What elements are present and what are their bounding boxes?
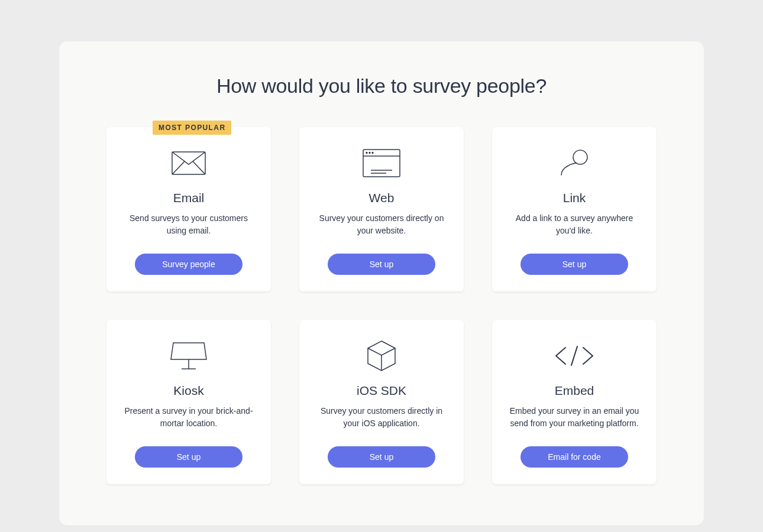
card-desc: Embed your survey in an email you send f… (506, 405, 642, 430)
card-ios-wrap: iOS SDK Survey your customers directly i… (299, 320, 464, 484)
card-email-wrap: MOST POPULAR Email Send surveys to your … (106, 127, 271, 291)
svg-line-12 (571, 346, 577, 365)
card-desc: Survey your customers directly on your w… (313, 212, 450, 237)
card-kiosk-wrap: Kiosk Present a survey in your brick-and… (106, 320, 271, 484)
card-link[interactable]: Link Add a link to a survey anywhere you… (492, 127, 657, 291)
code-icon (554, 341, 595, 371)
card-desc: Add a link to a survey anywhere you'd li… (506, 212, 642, 237)
svg-point-3 (366, 153, 367, 154)
card-web-wrap: Web Survey your customers directly on yo… (299, 127, 464, 291)
card-embed[interactable]: Embed Embed your survey in an email you … (492, 320, 657, 484)
card-desc: Present a survey in your brick-and-morta… (121, 405, 257, 430)
card-title: Embed (555, 384, 594, 398)
card-title: Kiosk (173, 384, 203, 398)
web-icon (363, 148, 400, 178)
card-kiosk[interactable]: Kiosk Present a survey in your brick-and… (106, 320, 271, 484)
svg-point-4 (369, 153, 370, 154)
svg-rect-1 (363, 150, 400, 177)
set-up-button[interactable]: Set up (328, 254, 435, 275)
card-title: iOS SDK (357, 384, 406, 398)
card-email[interactable]: Email Send surveys to your customers usi… (106, 127, 271, 291)
card-desc: Survey your customers directly in your i… (313, 405, 450, 430)
card-link-wrap: Link Add a link to a survey anywhere you… (492, 127, 657, 291)
set-up-button[interactable]: Set up (328, 446, 435, 468)
link-icon (559, 148, 590, 178)
card-embed-wrap: Embed Embed your survey in an email you … (492, 320, 657, 484)
card-title: Link (563, 191, 586, 205)
card-desc: Send surveys to your customers using ema… (121, 212, 257, 237)
email-icon (172, 148, 206, 178)
card-ios[interactable]: iOS SDK Survey your customers directly i… (299, 320, 464, 484)
most-popular-badge: MOST POPULAR (153, 121, 231, 135)
survey-people-button[interactable]: Survey people (135, 254, 243, 275)
cube-icon (367, 341, 396, 371)
card-title: Email (173, 191, 205, 205)
svg-point-8 (573, 150, 587, 164)
survey-method-panel: How would you like to survey people? MOS… (59, 41, 704, 525)
card-title: Web (369, 191, 395, 205)
card-web[interactable]: Web Survey your customers directly on yo… (299, 127, 464, 291)
page-title: How would you like to survey people? (106, 74, 657, 98)
card-grid: MOST POPULAR Email Send surveys to your … (106, 127, 657, 484)
email-for-code-button[interactable]: Email for code (520, 446, 628, 468)
set-up-button[interactable]: Set up (520, 254, 628, 275)
svg-point-5 (372, 153, 373, 154)
set-up-button[interactable]: Set up (135, 446, 243, 468)
kiosk-icon (170, 341, 208, 371)
